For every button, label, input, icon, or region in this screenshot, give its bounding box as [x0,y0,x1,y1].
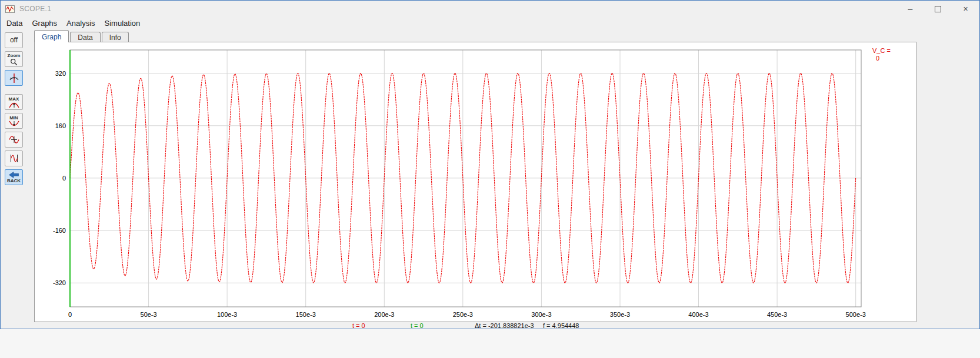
titlebar: SCOPE.1 – × [1,1,979,17]
plot-frame [70,50,861,307]
x-tick-label: 50e-3 [141,311,157,318]
status-delta-t: Δt = -201.838821e-3 [475,322,534,329]
legend: V_C = 0 [872,47,891,62]
xy-crosshair-icon [9,73,19,83]
zoom-button[interactable]: Zoom [5,51,23,67]
maximize-button[interactable] [924,1,952,17]
plot-panel: 3201600-160-320050e-3100e-3150e-3200e-32… [34,42,916,322]
valley-icon [9,121,19,127]
measure-xy-button[interactable] [5,70,23,86]
menu-simulation[interactable]: Simulation [100,17,145,29]
status-time-cursor-green: t = 0 [411,322,424,329]
status-time-cursor-red: t = 0 [352,322,365,329]
waveform-plot[interactable]: 3201600-160-320050e-3100e-3150e-3200e-32… [35,42,916,322]
back-label: BACK [7,178,21,183]
y-tick-label: 160 [55,122,66,129]
x-tick-label: 0 [68,311,72,318]
scope-toolbar: offZoomMAXMINBACK [5,32,26,188]
y-tick-label: -320 [53,279,66,286]
point-cursor-button[interactable] [5,132,23,148]
window-title: SCOPE.1 [19,5,51,13]
menu-graphs[interactable]: Graphs [27,17,62,29]
periodic-measure-button[interactable] [5,150,23,166]
magnifier-icon [10,58,18,66]
scope-window: SCOPE.1 – × DataGraphsAnalysisSimulation… [0,0,980,329]
tab-graph[interactable]: Graph [34,30,69,42]
curve-cross-icon [9,135,19,144]
close-button[interactable]: × [952,1,979,17]
x-tick-label: 500e-3 [846,311,866,318]
maximize-icon [935,6,941,12]
arrow-left-icon [9,172,19,178]
minimize-button[interactable]: – [896,1,924,17]
x-tick-label: 200e-3 [374,311,394,318]
x-tick-label: 250e-3 [453,311,473,318]
legend-series-value: 0 [872,55,891,62]
legend-series-name: V_C = [872,47,891,55]
max-label: MAX [9,96,19,102]
x-tick-label: 100e-3 [217,311,237,318]
back-button[interactable]: BACK [5,169,23,185]
x-tick-label: 350e-3 [610,311,630,318]
x-tick-label: 450e-3 [767,311,787,318]
x-tick-label: 300e-3 [531,311,551,318]
menu-data[interactable]: Data [2,17,27,29]
app-icon [5,4,15,14]
menubar: DataGraphsAnalysisSimulation [2,17,979,30]
peak-icon [9,102,19,108]
x-tick-label: 150e-3 [296,311,316,318]
sine-bars-icon [9,154,19,163]
min-label: MIN [9,115,18,121]
off-label: off [10,36,18,44]
zoom-label: Zoom [8,53,21,58]
tab-strip: GraphDataInfo [34,31,130,42]
y-tick-label: 320 [55,70,66,77]
x-tick-label: 400e-3 [688,311,708,318]
off-button[interactable]: off [5,32,23,48]
max-button[interactable]: MAX [5,94,23,110]
y-tick-label: -160 [53,227,66,234]
min-button[interactable]: MIN [5,113,23,129]
status-frequency: f = 4.954448 [543,322,579,329]
window-controls: – × [896,1,979,17]
menu-analysis[interactable]: Analysis [62,17,99,29]
y-tick-label: 0 [62,175,66,182]
